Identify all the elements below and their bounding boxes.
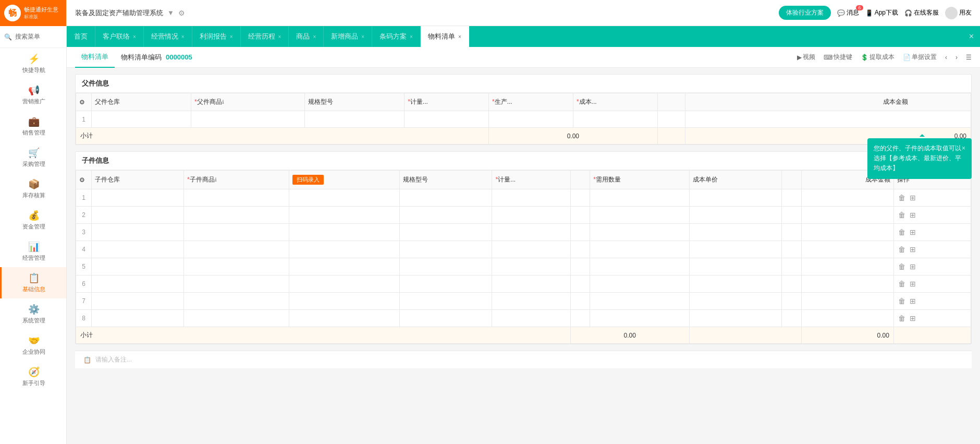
child-row-6-warehouse[interactable] [92,275,184,293]
child-row-5-delete-btn[interactable]: 🗑 [897,261,906,272]
search-button[interactable]: 🔍 搜索菜单 [4,30,62,43]
tab-bom[interactable]: 物料清单 × [421,26,469,47]
child-row-1-delete-btn[interactable]: 🗑 [897,193,906,203]
message-action[interactable]: 💬 消息 6 [837,8,859,17]
toolbar-extract-cost[interactable]: 💲 提取成本 [861,53,895,62]
child-row-8-warehouse[interactable] [92,310,184,327]
child-row-1-goods[interactable] [184,189,289,207]
child-row-3-unit[interactable] [492,224,570,241]
sidebar-item-sales[interactable]: 💼 销售管理 [0,111,66,142]
child-row-1-unit-cost[interactable] [689,189,781,207]
sidebar-item-enterprise[interactable]: 🤝 企业协同 [0,330,66,361]
child-row-3-goods[interactable] [184,224,289,241]
child-row-8-unit[interactable] [492,310,570,327]
child-row-3-copy-btn[interactable]: ⊞ [909,227,917,237]
sidebar-item-operations[interactable]: 📊 经营管理 [0,236,66,267]
child-row-3-qty[interactable] [590,224,690,241]
sidebar-item-system[interactable]: ⚙️ 系统管理 [0,298,66,330]
child-row-5-goods[interactable] [184,258,289,275]
child-row-6-delete-btn[interactable]: 🗑 [897,279,906,289]
child-row-8-spec[interactable] [400,310,492,327]
tab-profit-close[interactable]: × [230,34,233,40]
child-col-settings[interactable]: ⚙ [76,171,92,189]
tab-barcode[interactable]: 条码方案 × [372,26,421,47]
sidebar-item-quick-nav[interactable]: ⚡ 快捷导航 [0,48,66,79]
child-row-1-copy-btn[interactable]: ⊞ [909,193,917,203]
child-row-3-delete-btn[interactable]: 🗑 [897,227,906,237]
tab-bom-close[interactable]: × [458,34,461,40]
parent-col-settings[interactable]: ⚙ [76,93,92,111]
child-row-2-qty[interactable] [590,207,690,224]
tab-new-goods[interactable]: 新增商品 × [324,26,372,47]
child-row-4-unit[interactable] [492,241,570,258]
child-row-1-qty[interactable] [590,189,690,207]
tab-goods-close[interactable]: × [313,34,316,40]
child-row-4-qty[interactable] [590,241,690,258]
nav-next[interactable]: › [956,54,958,61]
child-row-4-spec[interactable] [400,241,492,258]
search-area[interactable]: 🔍 搜索菜单 [0,26,66,48]
trial-button[interactable]: 体验行业方案 [779,6,831,20]
tab-operations[interactable]: 经营情况 × [144,26,192,47]
child-row-7-warehouse[interactable] [92,293,184,310]
child-row-2-unit[interactable] [492,207,570,224]
child-row-5-unit[interactable] [492,258,570,275]
parent-row-1-spec[interactable] [305,111,405,128]
child-row-6-unit[interactable] [492,275,570,293]
child-row-6-spec[interactable] [400,275,492,293]
child-row-2-goods[interactable] [184,207,289,224]
sidebar-item-purchase[interactable]: 🛒 采购管理 [0,142,66,173]
child-row-2-delete-btn[interactable]: 🗑 [897,210,906,220]
child-row-7-qty[interactable] [590,293,690,310]
tab-customer[interactable]: 客户联络 × [95,26,144,47]
child-row-8-goods[interactable] [184,310,289,327]
nav-prev[interactable]: ‹ [945,54,947,61]
child-row-4-goods[interactable] [184,241,289,258]
child-row-5-copy-btn[interactable]: ⊞ [909,261,917,272]
child-row-3-warehouse[interactable] [92,224,184,241]
child-row-6-copy-btn[interactable]: ⊞ [909,279,917,289]
child-row-7-unit[interactable] [492,293,570,310]
child-row-5-unit-cost[interactable] [689,258,781,275]
child-row-4-delete-btn[interactable]: 🗑 [897,244,906,255]
child-row-5-warehouse[interactable] [92,258,184,275]
tab-profit[interactable]: 利润报告 × [192,26,241,47]
dropdown-icon[interactable]: ▼ [167,9,174,17]
parent-row-1-unit[interactable] [405,111,489,128]
sidebar-item-guide[interactable]: 🧭 新手引导 [0,361,66,392]
app-download-action[interactable]: 📱 App下载 [865,8,898,17]
user-action[interactable]: 用友 [945,7,972,19]
sidebar-item-marketing[interactable]: 📢 营销推广 [0,79,66,111]
child-row-7-delete-btn[interactable]: 🗑 [897,296,906,306]
child-row-8-delete-btn[interactable]: 🗑 [897,313,906,323]
child-row-4-copy-btn[interactable]: ⊞ [909,244,917,255]
child-row-8-unit-cost[interactable] [689,310,781,327]
child-row-6-unit-cost[interactable] [689,275,781,293]
settings-icon[interactable]: ⚙ [178,9,185,17]
child-row-4-unit-cost[interactable] [689,241,781,258]
tab-customer-close[interactable]: × [133,34,136,40]
online-service-action[interactable]: 🎧 在线客服 [904,8,939,17]
child-row-7-goods[interactable] [184,293,289,310]
child-row-2-spec[interactable] [400,207,492,224]
tab-goods[interactable]: 商品 × [289,26,324,47]
tooltip-close-button[interactable]: × [962,143,965,153]
tab-history[interactable]: 经营历程 × [241,26,289,47]
child-row-2-warehouse[interactable] [92,207,184,224]
child-col-scan[interactable]: 扫码录入 [289,171,400,189]
sidebar-item-inventory[interactable]: 📦 库存核算 [0,173,66,205]
child-row-4-warehouse[interactable] [92,241,184,258]
tab-new-goods-close[interactable]: × [361,34,364,40]
child-row-6-qty[interactable] [590,275,690,293]
child-row-7-unit-cost[interactable] [689,293,781,310]
child-row-3-spec[interactable] [400,224,492,241]
parent-row-1-produce[interactable] [489,111,573,128]
child-row-8-qty[interactable] [590,310,690,327]
parent-row-1-goods[interactable] [191,111,305,128]
toolbar-shortcut[interactable]: ⌨ 快捷键 [824,53,852,62]
child-row-7-spec[interactable] [400,293,492,310]
nav-menu[interactable]: ☰ [966,54,972,61]
child-row-1-warehouse[interactable] [92,189,184,207]
child-row-1-unit[interactable] [492,189,570,207]
child-row-1-spec[interactable] [400,189,492,207]
